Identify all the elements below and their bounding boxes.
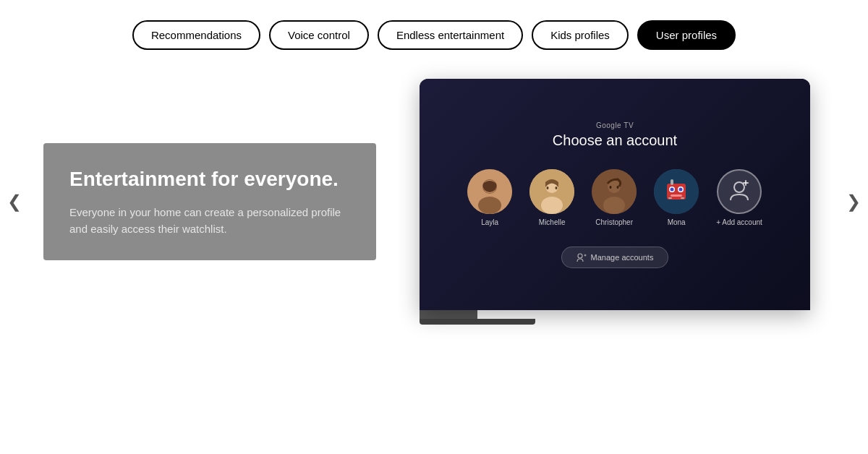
svg-rect-16 xyxy=(671,179,673,185)
svg-rect-15 xyxy=(667,184,686,200)
svg-point-7 xyxy=(547,187,549,189)
next-button[interactable]: ❯ xyxy=(839,184,868,219)
svg-point-24 xyxy=(734,182,744,192)
tv-mockup-container: Google TV Choose an account xyxy=(405,79,825,325)
avatar-michelle-image xyxy=(529,169,574,214)
brand-label: Google TV xyxy=(596,121,634,129)
text-panel: Entertainment for everyone. Everyone in … xyxy=(43,143,376,261)
svg-point-13 xyxy=(617,186,619,189)
tab-kids-profiles[interactable]: Kids profiles xyxy=(532,20,629,50)
tv-stand-base: Google TV Choose an account xyxy=(420,79,810,325)
svg-point-2 xyxy=(478,197,501,214)
profile-add-account[interactable]: + Add account xyxy=(716,169,762,226)
avatar-add xyxy=(717,169,762,214)
profile-name-add: + Add account xyxy=(716,218,762,226)
svg-point-6 xyxy=(541,197,563,214)
tv-stand-foot xyxy=(420,319,535,325)
svg-rect-22 xyxy=(668,197,672,199)
profile-name-layla: Layla xyxy=(481,218,498,226)
avatar-michelle xyxy=(529,169,574,214)
main-description: Everyone in your home can create a perso… xyxy=(69,204,350,238)
main-heading: Entertainment for everyone. xyxy=(69,166,350,192)
avatar-christopher xyxy=(592,169,637,214)
tab-recommendations[interactable]: Recommendations xyxy=(132,20,260,50)
tv-frame: Google TV Choose an account xyxy=(420,79,810,310)
main-content: ❮ Entertainment for everyone. Everyone i… xyxy=(0,64,868,339)
profile-name-christopher: Christopher xyxy=(595,218,633,226)
manage-accounts-icon xyxy=(576,252,587,262)
tv-screen: Google TV Choose an account xyxy=(420,79,810,310)
add-account-icon xyxy=(726,179,752,205)
profile-name-mona: Mona xyxy=(668,218,686,226)
avatar-mona-image xyxy=(654,169,699,214)
svg-rect-21 xyxy=(671,194,682,197)
tab-endless-entertainment[interactable]: Endless entertainment xyxy=(378,20,523,50)
svg-point-20 xyxy=(679,187,683,191)
svg-point-27 xyxy=(578,254,582,258)
profile-name-michelle: Michelle xyxy=(539,218,566,226)
svg-point-12 xyxy=(610,186,612,189)
profile-michelle[interactable]: Michelle xyxy=(529,169,574,226)
tab-user-profiles[interactable]: User profiles xyxy=(637,20,736,50)
svg-point-8 xyxy=(556,187,558,189)
profile-christopher[interactable]: Christopher xyxy=(592,169,637,226)
prev-button[interactable]: ❮ xyxy=(0,184,29,219)
profiles-row: Layla xyxy=(467,169,762,226)
avatar-layla-image xyxy=(467,169,512,214)
manage-accounts-button[interactable]: Manage accounts xyxy=(561,247,669,268)
profile-mona[interactable]: Mona xyxy=(654,169,699,226)
tab-voice-control[interactable]: Voice control xyxy=(269,20,369,50)
manage-accounts-label: Manage accounts xyxy=(591,253,654,262)
choose-account-label: Choose an account xyxy=(553,132,677,149)
svg-point-11 xyxy=(603,197,625,214)
svg-rect-23 xyxy=(681,197,684,199)
avatar-christopher-image xyxy=(592,169,637,214)
navigation-tabs: Recommendations Voice control Endless en… xyxy=(0,0,868,64)
svg-point-19 xyxy=(671,187,674,191)
avatar-layla xyxy=(467,169,512,214)
avatar-mona xyxy=(654,169,699,214)
tv-stand-neck xyxy=(420,310,477,319)
profile-layla[interactable]: Layla xyxy=(467,169,512,226)
